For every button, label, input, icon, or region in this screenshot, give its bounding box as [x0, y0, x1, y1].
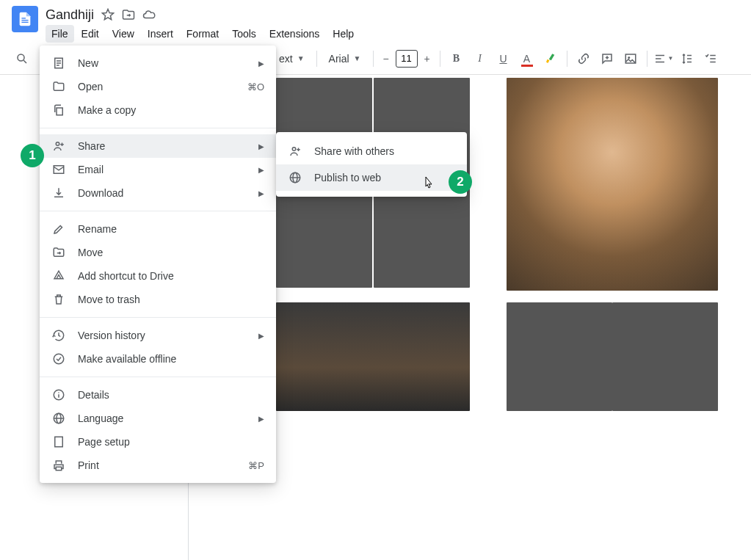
submenu-item-publish-web[interactable]: Publish to web: [276, 164, 467, 191]
font-size-input[interactable]: [396, 50, 418, 68]
move-folder-icon[interactable]: [122, 8, 135, 21]
menu-item-label: Version history: [78, 330, 247, 341]
person-add-icon: [288, 144, 302, 159]
menu-item-trash[interactable]: Move to trash: [40, 288, 276, 311]
info-icon: [51, 388, 66, 402]
align-button[interactable]: ▼: [653, 48, 674, 69]
move-icon: [51, 245, 66, 260]
svg-rect-0: [21, 20, 28, 21]
submenu-arrow-icon: ▶: [258, 189, 264, 197]
menu-divider: [40, 211, 276, 211]
menu-view[interactable]: View: [106, 25, 140, 43]
offline-icon: [51, 352, 66, 366]
menu-item-label: Email: [78, 164, 247, 175]
chevron-down-icon: ▼: [297, 54, 305, 62]
content-image[interactable]: [276, 302, 470, 411]
history-icon: [51, 328, 66, 343]
svg-point-27: [54, 354, 64, 364]
insert-link-button[interactable]: [573, 48, 594, 69]
svg-point-3: [18, 54, 24, 61]
menu-item-move[interactable]: Move: [40, 241, 276, 264]
drive-shortcut-icon: [51, 269, 66, 283]
svg-point-23: [56, 142, 59, 146]
menu-divider: [40, 128, 276, 128]
menu-item-version-history[interactable]: Version history ▶: [40, 324, 276, 347]
globe-icon: [51, 411, 66, 426]
menu-item-download[interactable]: Download ▶: [40, 181, 276, 205]
highlight-button[interactable]: [540, 48, 561, 69]
insert-image-button[interactable]: [620, 48, 641, 69]
svg-point-8: [628, 57, 630, 59]
menu-item-label: Share: [78, 140, 247, 152]
submenu-item-share-others[interactable]: Share with others: [276, 138, 467, 164]
menu-file[interactable]: File: [46, 25, 74, 43]
menu-extensions[interactable]: Extensions: [264, 25, 325, 43]
document-title[interactable]: Gandhiji: [46, 7, 94, 23]
menu-item-label: Language: [78, 412, 247, 424]
person-add-icon: [51, 139, 66, 153]
submenu-arrow-icon: ▶: [258, 415, 264, 423]
menu-item-new[interactable]: New ▶: [40, 51, 276, 75]
menu-item-label: Add shortcut to Drive: [78, 270, 264, 282]
menu-help[interactable]: Help: [327, 25, 360, 43]
increase-font-button[interactable]: +: [421, 53, 434, 65]
italic-button[interactable]: I: [470, 48, 490, 69]
font-select[interactable]: Arial ▼: [323, 51, 367, 66]
underline-button[interactable]: U: [493, 48, 514, 69]
menu-item-accelerator: ⌘P: [248, 460, 264, 471]
menu-item-label: Download: [78, 187, 247, 199]
title-area: Gandhiji File Edit View Insert Format To…: [46, 6, 739, 43]
docs-logo[interactable]: [12, 6, 38, 32]
menu-item-label: New: [78, 57, 247, 69]
decrease-font-button[interactable]: −: [380, 53, 393, 65]
menu-item-label: Make a copy: [78, 104, 264, 116]
print-icon: [51, 458, 66, 473]
header: Gandhiji File Edit View Insert Format To…: [0, 0, 751, 43]
menu-insert[interactable]: Insert: [142, 25, 179, 43]
menu-item-accelerator: ⌘O: [247, 81, 264, 92]
menu-format[interactable]: Format: [181, 25, 225, 43]
menu-item-print[interactable]: Print ⌘P: [40, 454, 276, 477]
submenu-item-label: Publish to web: [314, 172, 455, 183]
submenu-arrow-icon: ▶: [258, 166, 264, 174]
star-icon[interactable]: [101, 8, 115, 21]
line-spacing-button[interactable]: [677, 48, 697, 69]
menu-item-label: Move: [78, 247, 264, 258]
submenu-item-label: Share with others: [314, 145, 455, 157]
content-image[interactable]: [507, 78, 718, 291]
menu-item-add-shortcut[interactable]: Add shortcut to Drive: [40, 264, 276, 288]
trash-icon: [51, 292, 66, 307]
submenu-arrow-icon: ▶: [258, 332, 264, 340]
font-size-control: − +: [380, 50, 434, 68]
menu-edit[interactable]: Edit: [76, 25, 105, 43]
page-setup-icon: [51, 434, 66, 449]
checklist-button[interactable]: [700, 48, 721, 69]
menu-tools[interactable]: Tools: [226, 25, 262, 43]
menu-item-language[interactable]: Language ▶: [40, 407, 276, 430]
svg-line-4: [23, 60, 26, 63]
menu-item-make-copy[interactable]: Make a copy: [40, 98, 276, 122]
content-image[interactable]: [374, 183, 470, 288]
menu-item-share[interactable]: Share ▶: [40, 134, 276, 158]
copy-icon: [51, 103, 66, 117]
menu-item-rename[interactable]: Rename: [40, 217, 276, 241]
menu-item-offline[interactable]: Make available offline: [40, 347, 276, 371]
menu-item-email[interactable]: Email ▶: [40, 158, 276, 181]
paragraph-style-select[interactable]: ext ▼: [273, 51, 311, 66]
menu-item-open[interactable]: Open ⌘O: [40, 75, 276, 98]
bold-button[interactable]: B: [446, 48, 467, 69]
menu-item-details[interactable]: Details: [40, 383, 276, 407]
content-image[interactable]: [507, 302, 612, 411]
content-image[interactable]: [276, 183, 372, 288]
file-menu-dropdown: New ▶ Open ⌘O Make a copy Share ▶ Email …: [40, 46, 276, 483]
svg-rect-34: [55, 437, 63, 447]
search-icon[interactable]: [12, 48, 32, 69]
add-comment-button[interactable]: [597, 48, 617, 69]
content-image[interactable]: [612, 302, 718, 411]
menu-item-page-setup[interactable]: Page setup: [40, 430, 276, 454]
chevron-down-icon: ▼: [668, 55, 674, 62]
text-color-button[interactable]: A: [517, 48, 537, 69]
menu-divider: [40, 317, 276, 318]
cloud-status-icon[interactable]: [142, 8, 156, 21]
chevron-down-icon: ▼: [354, 54, 361, 62]
